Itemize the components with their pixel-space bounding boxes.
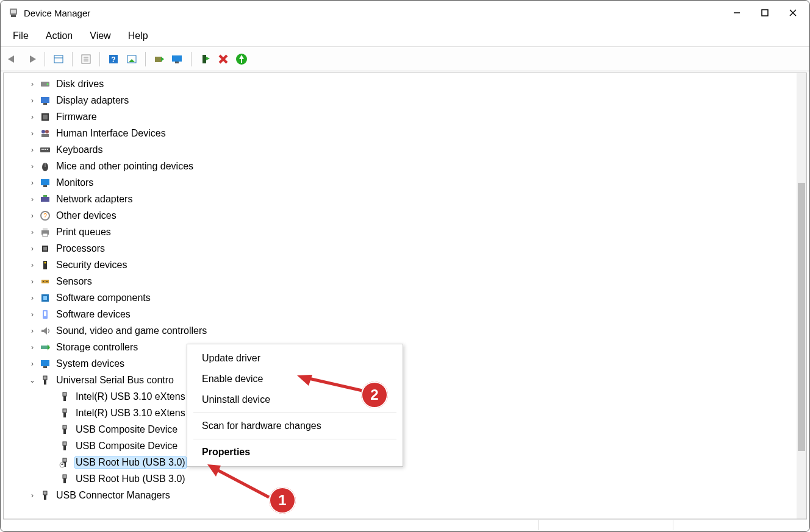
tree-item[interactable]: Processors xyxy=(4,240,806,257)
properties-button[interactable] xyxy=(77,51,95,68)
status-panel xyxy=(3,520,538,530)
tree-expander[interactable] xyxy=(27,113,38,121)
tree-item[interactable]: ? Other devices xyxy=(4,207,806,224)
tree-expander[interactable] xyxy=(27,179,38,187)
tree-item-usb-child[interactable]: USB Composite Device xyxy=(4,438,806,454)
tree-expander[interactable] xyxy=(27,80,38,88)
device-label: Sound, video and game controllers xyxy=(55,325,208,336)
tree-expander[interactable] xyxy=(27,96,38,105)
tree-item[interactable]: Sound, video and game controllers xyxy=(4,322,806,339)
tree-expander[interactable] xyxy=(27,277,38,286)
vertical-scrollbar[interactable] xyxy=(797,73,806,519)
svg-rect-80 xyxy=(63,458,66,462)
svg-rect-42 xyxy=(47,149,48,150)
svg-text:?: ? xyxy=(111,55,115,64)
svg-rect-37 xyxy=(41,134,49,137)
device-label: Intel(R) USB 3.10 eXtens xyxy=(74,391,187,402)
tree-item[interactable]: Disk drives xyxy=(4,76,806,92)
forward-button[interactable] xyxy=(23,51,40,68)
tree-expander[interactable] xyxy=(27,129,38,138)
close-button[interactable] xyxy=(779,1,807,25)
svg-rect-31 xyxy=(41,97,49,103)
tree-item[interactable]: Network adapters xyxy=(4,191,806,207)
tree-item[interactable]: Security devices xyxy=(4,257,806,273)
uninstall-button[interactable] xyxy=(215,51,232,68)
svg-text:?: ? xyxy=(43,213,47,219)
enable-button[interactable] xyxy=(233,51,250,68)
menu-view[interactable]: View xyxy=(81,27,119,45)
tree-item-usb-child[interactable]: Intel(R) USB 3.10 eXtens xyxy=(4,388,806,405)
tree-expander[interactable] xyxy=(27,294,38,302)
keyboard-icon xyxy=(39,144,51,156)
tree-item[interactable]: Human Interface Devices xyxy=(4,125,806,141)
tree-expander[interactable] xyxy=(27,244,38,253)
device-tree[interactable]: Disk drives Display adapters Firmware Hu… xyxy=(4,73,806,519)
tree-item[interactable]: Sensors xyxy=(4,273,806,289)
svg-marker-67 xyxy=(48,344,50,350)
tree-item[interactable]: Keyboards xyxy=(4,141,806,158)
tree-item[interactable]: Mice and other pointing devices xyxy=(4,158,806,174)
scan-computer-button[interactable] xyxy=(169,51,186,68)
svg-rect-2 xyxy=(11,10,16,13)
scan-button[interactable] xyxy=(123,51,140,68)
tree-item[interactable]: Software components xyxy=(4,289,806,306)
usb-disabled-icon xyxy=(59,456,71,469)
svg-rect-34 xyxy=(43,115,48,119)
tree-item-usb[interactable]: Universal Serial Bus contro xyxy=(4,372,806,388)
scrollbar-thumb[interactable] xyxy=(798,183,805,451)
tree-item[interactable]: Print queues xyxy=(4,224,806,240)
svg-point-59 xyxy=(43,281,44,282)
tree-expander[interactable] xyxy=(27,360,38,368)
svg-rect-77 xyxy=(63,429,66,434)
svg-rect-22 xyxy=(175,62,179,63)
tree-expander[interactable] xyxy=(27,376,38,385)
device-label: Network adapters xyxy=(55,194,134,205)
monitor-icon xyxy=(39,177,51,189)
disable-button[interactable] xyxy=(196,51,213,68)
tree-item[interactable]: System devices xyxy=(4,355,806,372)
ctx-update-driver[interactable]: Update driver xyxy=(187,348,403,369)
tree-item[interactable]: Storage controllers xyxy=(4,339,806,355)
tree-item[interactable]: USB Connector Managers xyxy=(4,487,806,503)
tree-expander[interactable] xyxy=(27,327,38,335)
show-hidden-button[interactable] xyxy=(50,51,67,68)
tree-expander[interactable] xyxy=(27,211,38,220)
maximize-button[interactable] xyxy=(751,1,779,25)
tree-expander[interactable] xyxy=(27,162,38,171)
tree-item[interactable]: Software devices xyxy=(4,306,806,322)
tree-expander[interactable] xyxy=(27,146,38,154)
tree-item-usb-child[interactable]: USB Root Hub (USB 3.0) xyxy=(4,470,806,487)
svg-point-30 xyxy=(47,83,49,85)
menu-action[interactable]: Action xyxy=(37,27,81,45)
svg-marker-18 xyxy=(129,59,135,62)
ctx-properties[interactable]: Properties xyxy=(187,442,403,463)
menu-help[interactable]: Help xyxy=(120,27,157,45)
tree-expander[interactable] xyxy=(27,310,38,319)
tree-expander[interactable] xyxy=(27,261,38,269)
svg-point-36 xyxy=(45,130,49,133)
tree-item[interactable]: Monitors xyxy=(4,174,806,191)
device-label: Universal Serial Bus contro xyxy=(55,375,175,386)
tree-item-usb-child[interactable]: USB Root Hub (USB 3.0) xyxy=(4,454,806,470)
tree-item-usb-child[interactable]: USB Composite Device xyxy=(4,421,806,438)
tree-item-usb-child[interactable]: Intel(R) USB 3.10 eXtens xyxy=(4,405,806,421)
device-label: USB Root Hub (USB 3.0) xyxy=(74,456,187,469)
help-button[interactable]: ? xyxy=(105,51,122,68)
tree-expander[interactable] xyxy=(27,343,38,352)
menu-file[interactable]: File xyxy=(4,27,37,45)
tree-expander[interactable] xyxy=(27,195,38,204)
cpu-icon xyxy=(39,243,51,255)
svg-rect-21 xyxy=(172,55,182,62)
tree-item[interactable]: Firmware xyxy=(4,108,806,125)
minimize-button[interactable] xyxy=(723,1,751,25)
tree-expander[interactable] xyxy=(27,228,38,236)
tree-expander[interactable] xyxy=(27,491,38,500)
ctx-scan-hardware[interactable]: Scan for hardware changes xyxy=(187,416,403,436)
annotation-badge-1: 1 xyxy=(269,487,296,514)
update-driver-button[interactable] xyxy=(151,51,168,68)
toolbar-separator xyxy=(99,52,100,66)
status-panel xyxy=(673,520,807,530)
back-button[interactable] xyxy=(4,51,21,68)
titlebar[interactable]: Device Manager xyxy=(1,1,809,25)
tree-item[interactable]: Display adapters xyxy=(4,92,806,108)
